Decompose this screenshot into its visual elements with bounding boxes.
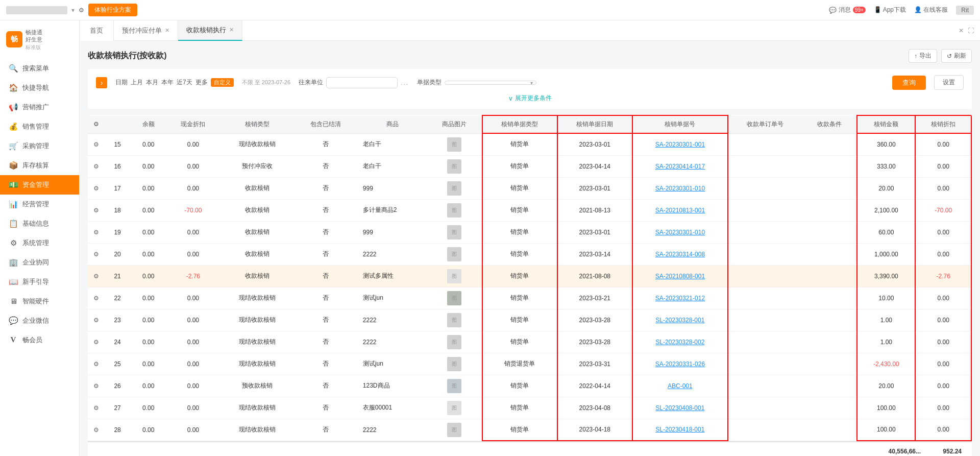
date-7days[interactable]: 近7天 <box>177 78 192 87</box>
sidebar-item-purchase[interactable]: 🛒 采购管理 <box>0 136 79 156</box>
cell-settings[interactable]: ⚙ <box>88 177 104 199</box>
verify-bill-no-link[interactable]: SA-20230301-010 <box>655 229 705 236</box>
cell-settings[interactable]: ⚙ <box>88 133 104 155</box>
sidebar-item-quick[interactable]: 🏠 快捷导航 <box>0 78 79 98</box>
sidebar-item-basic[interactable]: 📋 基础信息 <box>0 214 79 233</box>
date-curr-month[interactable]: 本月 <box>146 78 158 87</box>
sidebar-item-inventory[interactable]: 📦 库存核算 <box>0 156 79 175</box>
date-prev-month[interactable]: 上月 <box>131 78 143 87</box>
sidebar-item-system[interactable]: ⚙ 系统管理 <box>0 233 79 253</box>
row-settings-icon[interactable]: ⚙ <box>93 207 99 214</box>
verify-bill-no-link[interactable]: SA-20230314-008 <box>655 251 705 258</box>
refresh-btn[interactable]: ↺ 刷新 <box>941 49 972 63</box>
verify-bill-no-link[interactable]: SL-20230328-002 <box>655 339 704 346</box>
export-btn[interactable]: ↑ 导出 <box>909 49 937 63</box>
cell-verify-bill-type: 销货单 <box>482 221 557 243</box>
filter-expand-toggle[interactable]: › <box>96 77 107 88</box>
tab-expand-icon[interactable]: ⛶ <box>968 27 974 34</box>
row-settings-icon[interactable]: ⚙ <box>93 295 99 302</box>
row-settings-icon[interactable]: ⚙ <box>93 317 99 324</box>
tab-prepay-close[interactable]: ✕ <box>165 27 169 34</box>
verify-bill-no-link[interactable]: ABC-001 <box>668 382 693 390</box>
cell-settings[interactable]: ⚙ <box>88 331 104 353</box>
date-more[interactable]: 更多 <box>195 78 208 87</box>
row-settings-icon[interactable]: ⚙ <box>93 426 99 434</box>
verify-bill-no-link[interactable]: SA-20230321-012 <box>655 295 705 302</box>
sidebar-item-search[interactable]: 🔍 搜索菜单 <box>0 59 79 78</box>
filter-area: › 日期 上月 本月 本年 近7天 更多 自定义 <box>88 69 972 109</box>
row-settings-icon[interactable]: ⚙ <box>93 382 99 390</box>
cell-seq: 25 <box>104 353 131 375</box>
date-custom[interactable]: 自定义 <box>211 78 234 87</box>
row-settings-icon[interactable]: ⚙ <box>93 273 99 280</box>
sidebar-item-wechat[interactable]: 💬 企业微信 <box>0 311 79 330</box>
message-badge[interactable]: 💬 消息 99+ <box>829 6 866 14</box>
tab-prepay[interactable]: 预付冲应付单 ✕ <box>114 20 178 41</box>
expand-more-btn[interactable]: ∨ 展开更多条件 <box>508 94 552 103</box>
cell-settings[interactable]: ⚙ <box>88 353 104 375</box>
counterpart-input[interactable] <box>326 77 398 88</box>
voucher-type-select[interactable] <box>445 81 536 85</box>
industry-btn[interactable]: 体验行业方案 <box>88 4 137 16</box>
th-settings[interactable]: ⚙ <box>88 115 104 133</box>
sidebar-item-hardware[interactable]: 🖥 智能硬件 <box>0 292 79 311</box>
verify-bill-no-link[interactable]: SA-20210813-001 <box>655 207 705 214</box>
th-balance: 余额 <box>131 115 166 133</box>
row-settings-icon[interactable]: ⚙ <box>93 339 99 346</box>
cell-verify-bill-type: 销货单 <box>482 265 557 287</box>
tab-home[interactable]: 首页 <box>80 20 114 41</box>
verify-bill-no-link[interactable]: SA-20230301-001 <box>655 141 705 148</box>
sidebar-item-guide[interactable]: 📖 新手引导 <box>0 272 79 292</box>
row-settings-icon[interactable]: ⚙ <box>93 229 99 236</box>
tab-receipt[interactable]: 收款核销执行 ✕ <box>178 20 242 41</box>
verify-bill-no-link[interactable]: SL-20230328-001 <box>655 317 704 324</box>
tab-receipt-close[interactable]: ✕ <box>229 27 234 33</box>
cell-settings[interactable]: ⚙ <box>88 287 104 309</box>
sidebar-item-member[interactable]: V 畅会员 <box>0 330 79 350</box>
dropdown-arrow-icon[interactable]: ▾ <box>71 7 75 14</box>
online-service[interactable]: 👤 在线客服 <box>914 6 948 14</box>
sidebar-item-enterprise[interactable]: 🏢 企业协同 <box>0 253 79 272</box>
cell-settings[interactable]: ⚙ <box>88 375 104 397</box>
verify-bill-no-link[interactable]: SL-20230418-001 <box>655 426 704 433</box>
cell-settings[interactable]: ⚙ <box>88 265 104 287</box>
tab-close-all-icon[interactable]: ✕ <box>959 27 964 34</box>
table-wrapper[interactable]: ⚙ 余额 现金折扣 核销类型 包含已结清 商品 商品图片 核销单据类型 核销单据… <box>88 115 972 441</box>
row-settings-icon[interactable]: ⚙ <box>93 404 99 412</box>
cell-settings[interactable]: ⚙ <box>88 199 104 221</box>
message-icon: 💬 <box>829 7 837 14</box>
settings-btn[interactable]: 设置 <box>934 75 964 90</box>
cell-settings[interactable]: ⚙ <box>88 221 104 243</box>
cell-cash-discount: 0.00 <box>166 331 220 353</box>
verify-bill-no-link[interactable]: SA-20230414-017 <box>655 163 705 170</box>
row-settings-icon[interactable]: ⚙ <box>93 141 99 148</box>
row-settings-icon[interactable]: ⚙ <box>93 185 99 192</box>
table-row: ⚙ 15 0.00 0.00 现结收款核销 否 老白干 图 销货单 2023-0… <box>88 133 971 155</box>
cell-receipt-order-no <box>728 243 802 265</box>
sidebar-item-finance[interactable]: 💵 资金管理 <box>0 175 79 195</box>
verify-bill-no-link[interactable]: SA-20230301-010 <box>655 185 705 192</box>
cell-settings[interactable]: ⚙ <box>88 309 104 331</box>
sidebar-label-business: 经营管理 <box>22 200 49 209</box>
cell-settings[interactable]: ⚙ <box>88 419 104 441</box>
verify-bill-no-link[interactable]: SA-20230331-026 <box>655 361 705 368</box>
main-table: ⚙ 余额 现金折扣 核销类型 包含已结清 商品 商品图片 核销单据类型 核销单据… <box>88 115 972 441</box>
row-settings-icon[interactable]: ⚙ <box>93 163 99 170</box>
query-btn[interactable]: 查询 <box>892 76 926 90</box>
row-settings-icon[interactable]: ⚙ <box>93 251 99 258</box>
row-settings-icon[interactable]: ⚙ <box>93 361 99 368</box>
sidebar-item-sales[interactable]: 💰 销售管理 <box>0 117 79 136</box>
filter-right-btns: 设置 <box>934 75 964 90</box>
sidebar-item-marketing[interactable]: 📢 营销推广 <box>0 98 79 117</box>
user-name[interactable]: Rit <box>956 6 974 15</box>
sidebar-item-business[interactable]: 📊 经营管理 <box>0 195 79 214</box>
verify-bill-no-link[interactable]: SA-20210808-001 <box>655 273 705 280</box>
marketing-icon: 📢 <box>8 103 18 112</box>
app-download[interactable]: 📱 App下载 <box>874 6 906 14</box>
cell-settings[interactable]: ⚙ <box>88 397 104 419</box>
verify-bill-no-link[interactable]: SL-20230408-001 <box>655 404 704 412</box>
cell-settings[interactable]: ⚙ <box>88 155 104 177</box>
cell-settings[interactable]: ⚙ <box>88 243 104 265</box>
settings-icon[interactable]: ⚙ <box>79 7 84 14</box>
date-curr-year[interactable]: 本年 <box>161 78 174 87</box>
